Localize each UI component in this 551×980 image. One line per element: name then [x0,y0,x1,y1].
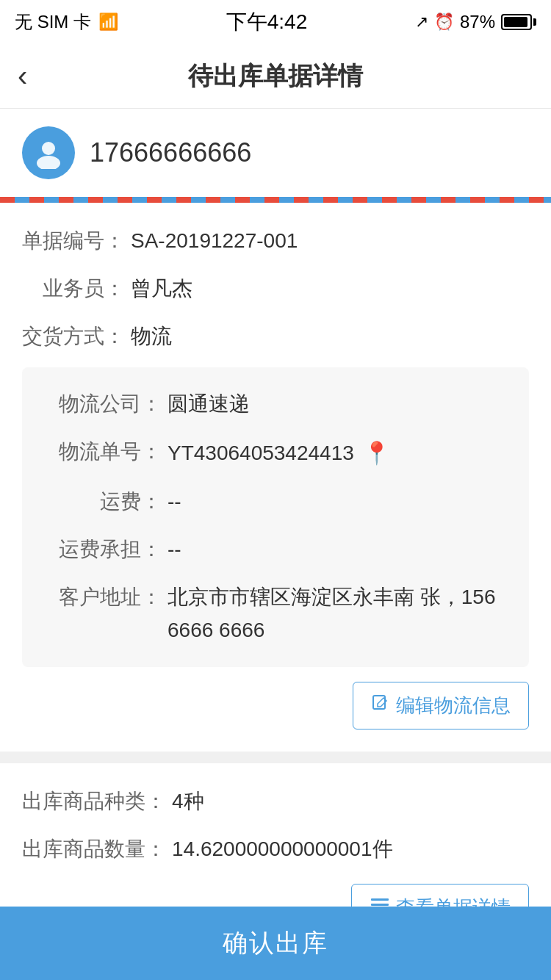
confirm-button[interactable]: 确认出库 [0,907,551,980]
map-pin-icon[interactable]: 📍 [363,436,390,471]
user-header: 17666666666 [0,109,551,197]
user-phone: 17666666666 [90,137,251,168]
salesperson-label: 业务员： [22,273,125,306]
wifi-icon: 📶 [98,12,118,32]
svg-rect-3 [371,898,389,901]
svg-rect-4 [371,904,389,906]
carrier-text: 无 SIM 卡 [15,10,91,34]
confirm-button-label: 确认出库 [223,926,328,960]
document-number-value: SA-20191227-001 [125,225,529,258]
logistics-freight-bearer-row: 运费承担： -- [44,533,507,566]
svg-point-0 [42,142,55,155]
logistics-card: 物流公司： 圆通速递 物流单号： YT43064053424413 📍 运费： … [22,367,529,667]
document-number-label: 单据编号： [22,225,125,258]
edit-logistics-label: 编辑物流信息 [396,693,511,718]
logistics-freight-bearer-value: -- [162,533,507,566]
dashed-divider [0,197,551,203]
logistics-tracking-value: YT43064053424413 📍 [162,436,507,471]
status-time: 下午4:42 [226,8,308,36]
delivery-method-label: 交货方式： [22,320,125,353]
nav-bar: ‹ 待出库单据详情 [0,44,551,109]
logistics-company-row: 物流公司： 圆通速递 [44,388,507,421]
edit-logistics-button[interactable]: 编辑物流信息 [353,682,529,729]
logistics-freight-row: 运费： -- [44,486,507,519]
product-quantity-row: 出库商品数量： 14.620000000000001件 [22,833,529,866]
document-number-row: 单据编号： SA-20191227-001 [22,225,529,258]
logistics-freight-bearer-label: 运费承担： [44,533,162,566]
logistics-address-value: 北京市市辖区海淀区永丰南 张，156 6666 6666 [162,581,507,647]
edit-icon [371,693,390,718]
location-active-icon: ↗ [415,12,428,32]
basic-info-section: 单据编号： SA-20191227-001 业务员： 曾凡杰 交货方式： 物流 … [0,203,551,752]
alarm-icon: ⏰ [434,12,454,32]
logistics-company-label: 物流公司： [44,388,162,421]
back-icon: ‹ [18,60,27,93]
logistics-address-row: 客户地址： 北京市市辖区海淀区永丰南 张，156 6666 6666 [44,581,507,647]
logistics-freight-label: 运费： [44,486,162,519]
product-quantity-value: 14.620000000000001件 [166,833,529,866]
salesperson-value: 曾凡杰 [125,273,529,306]
product-category-label: 出库商品种类： [22,785,166,818]
logistics-tracking-label: 物流单号： [44,436,162,469]
battery-percent: 87% [460,12,495,32]
section-separator [0,752,551,763]
status-left: 无 SIM 卡 📶 [15,10,118,34]
battery-icon [501,14,536,30]
delivery-method-value: 物流 [125,320,529,353]
logistics-address-label: 客户地址： [44,581,162,614]
product-category-value: 4种 [166,785,529,818]
product-quantity-label: 出库商品数量： [22,833,166,866]
logistics-freight-value: -- [162,486,507,519]
logistics-company-value: 圆通速递 [162,388,507,421]
status-right: ↗ ⏰ 87% [415,12,536,32]
product-category-row: 出库商品种类： 4种 [22,785,529,818]
avatar [22,126,75,179]
salesperson-row: 业务员： 曾凡杰 [22,273,529,306]
back-button[interactable]: ‹ [18,60,27,93]
status-bar: 无 SIM 卡 📶 下午4:42 ↗ ⏰ 87% [0,0,551,44]
svg-point-1 [37,156,60,169]
logistics-tracking-row: 物流单号： YT43064053424413 📍 [44,436,507,471]
page-title: 待出库单据详情 [188,60,363,93]
delivery-method-row: 交货方式： 物流 [22,320,529,353]
edit-btn-row: 编辑物流信息 [22,682,529,729]
